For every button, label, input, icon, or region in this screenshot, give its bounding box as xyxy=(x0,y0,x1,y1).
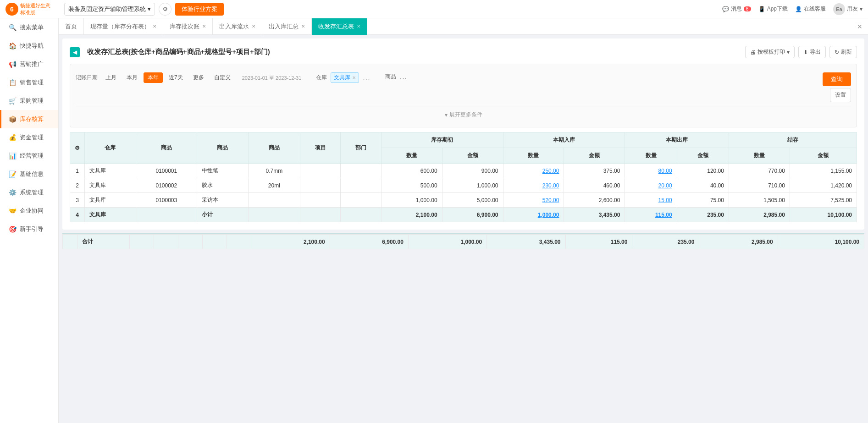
col-opening-amt: 金额 xyxy=(442,148,503,164)
row-in-qty[interactable]: 520.00 xyxy=(503,193,564,208)
avatar: Ea xyxy=(833,3,845,15)
row-close-amt: 1,155.00 xyxy=(790,164,857,178)
tab-batch-ledger-label: 库存批次账 xyxy=(170,22,199,31)
col-opening: 库存期初 xyxy=(381,132,503,148)
row-out-qty[interactable]: 15.00 xyxy=(625,193,677,208)
tab-recv-send-summary-label: 收发存汇总表 xyxy=(318,22,354,31)
tab-in-out-summary-close[interactable]: ✕ xyxy=(301,24,305,29)
sidebar-item-newcomer[interactable]: 🎯 新手引导 xyxy=(0,220,58,238)
system-title-dropdown[interactable]: 装备及固定资产辅助管理系统 ▾ xyxy=(64,3,155,16)
print-button[interactable]: 🖨 按模板打印 ▾ xyxy=(745,46,795,58)
tab-in-out-flow[interactable]: 出入库流水 ✕ xyxy=(213,18,262,35)
sidebar-item-operations[interactable]: 📊 经营管理 xyxy=(0,147,58,165)
filter-settings-button[interactable]: 设置 xyxy=(830,88,851,102)
col-in-amt: 金额 xyxy=(564,148,625,164)
logo-text: 畅捷通好生意 标准版 xyxy=(20,2,50,16)
row-out-amt: 40.00 xyxy=(677,178,729,193)
sidebar-item-inventory[interactable]: 📦 库存核算 xyxy=(0,110,58,128)
row-out-qty[interactable]: 80.00 xyxy=(625,164,677,178)
col-goods-name: 商品 xyxy=(197,132,248,164)
newcomer-icon: 🎯 xyxy=(9,225,16,233)
tab-recv-send-summary[interactable]: 收发存汇总表 ✕ xyxy=(312,18,367,35)
subtotal-out-qty[interactable]: 115.00 xyxy=(625,208,677,222)
tab-bar-close-all[interactable]: ✕ xyxy=(851,18,868,35)
subtotal-open-amt: 6,900.00 xyxy=(442,208,503,222)
row-open-amt: 1,000.00 xyxy=(442,178,503,193)
sidebar-item-sales[interactable]: 📋 销售管理 xyxy=(0,73,58,92)
row-no: 2 xyxy=(70,178,85,193)
date-btn-last-month[interactable]: 上月 xyxy=(101,72,121,83)
date-range-text: 2023-01-01 至 2023-12-31 xyxy=(242,75,302,81)
table-settings-col[interactable]: ⚙ xyxy=(70,132,85,164)
sidebar-item-search[interactable]: 🔍 搜索菜单 xyxy=(0,18,58,37)
col-out-qty: 数量 xyxy=(625,148,677,164)
row-project xyxy=(300,164,340,178)
user-label: 用友 xyxy=(847,5,858,13)
date-btn-custom[interactable]: 自定义 xyxy=(210,72,235,83)
date-btn-this-month[interactable]: 本月 xyxy=(122,72,142,83)
user-area[interactable]: Ea 用友 ▾ xyxy=(833,3,862,15)
date-btn-this-year[interactable]: 本年 xyxy=(144,72,163,83)
tab-in-out-flow-close[interactable]: ✕ xyxy=(252,24,255,29)
total-close-amt: 10,100.00 xyxy=(778,235,864,249)
tab-inventory-dist[interactable]: 现存量（库存分布表） ✕ xyxy=(84,18,163,35)
tab-batch-ledger-close[interactable]: ✕ xyxy=(202,24,206,29)
tab-in-out-summary-label: 出入库汇总 xyxy=(269,22,299,31)
expand-conditions-button[interactable]: ▾ 展开更多条件 xyxy=(445,111,482,119)
date-btn-more[interactable]: 更多 xyxy=(189,72,208,83)
tab-inventory-dist-close[interactable]: ✕ xyxy=(153,24,156,29)
app-download-button[interactable]: 📱 App下载 xyxy=(758,5,788,13)
goods-filter-label: 商品 xyxy=(385,73,396,81)
tab-recv-send-summary-close[interactable]: ✕ xyxy=(357,24,360,29)
subtotal-empty xyxy=(136,208,197,222)
row-goods-code: 0100003 xyxy=(136,193,197,208)
sidebar-item-quick-nav[interactable]: 🏠 快捷导航 xyxy=(0,37,58,55)
page-title: 收发存汇总表(按仓库+商品编码+商品+规格型号+项目+部门) xyxy=(87,48,270,56)
settings-button[interactable]: ⚙ xyxy=(159,3,171,16)
logo-icon: 6 xyxy=(6,3,18,16)
col-warehouse: 仓库 xyxy=(85,132,136,164)
sidebar-item-system[interactable]: ⚙️ 系统管理 xyxy=(0,183,58,202)
subtotal-in-qty[interactable]: 1,000.00 xyxy=(503,208,564,222)
trial-button[interactable]: 体验行业方案 xyxy=(175,3,224,16)
app-download-label: App下载 xyxy=(767,5,788,13)
table-footer: 合计 2,100.00 6,900.00 1,000.00 3,435.00 xyxy=(62,233,864,249)
warehouse-tag[interactable]: 文具库 ✕ xyxy=(331,72,359,83)
export-button[interactable]: ⬇ 导出 xyxy=(798,46,826,58)
top-bar-right: 💬 消息 6 📱 App下载 👤 在线客服 Ea 用友 ▾ xyxy=(722,3,862,15)
print-chevron-icon: ▾ xyxy=(787,49,790,55)
row-goods-spec xyxy=(248,193,300,208)
online-service-button[interactable]: 👤 在线客服 xyxy=(795,5,826,13)
sidebar-item-enterprise[interactable]: 🤝 企业协同 xyxy=(0,202,58,220)
warehouse-tag-close[interactable]: ✕ xyxy=(352,75,356,80)
tab-in-out-summary[interactable]: 出入库汇总 ✕ xyxy=(262,18,312,35)
message-button[interactable]: 💬 消息 6 xyxy=(722,5,751,13)
tab-in-out-flow-label: 出入库流水 xyxy=(219,22,249,31)
finance-icon: 💰 xyxy=(9,134,16,141)
page-header: ◀ 收发存汇总表(按仓库+商品编码+商品+规格型号+项目+部门) 🖨 按模板打印… xyxy=(70,46,857,58)
sidebar-item-base-info[interactable]: 📝 基础信息 xyxy=(0,165,58,183)
warehouse-more-btn[interactable]: ... xyxy=(363,74,370,82)
row-out-qty[interactable]: 20.00 xyxy=(625,178,677,193)
sidebar-item-label: 经营管理 xyxy=(20,152,44,160)
sidebar-item-finance[interactable]: 💰 资金管理 xyxy=(0,128,58,147)
date-btn-7days[interactable]: 近7天 xyxy=(165,72,187,83)
tab-home[interactable]: 首页 xyxy=(59,18,84,35)
row-open-qty: 600.00 xyxy=(381,164,442,178)
goods-more-btn[interactable]: ... xyxy=(400,72,407,81)
main-area: 🔍 搜索菜单 🏠 快捷导航 📢 营销推广 📋 销售管理 🛒 采购管理 📦 xyxy=(0,18,868,423)
enterprise-icon: 🤝 xyxy=(9,207,16,214)
expand-row: ▾ 展开更多条件 xyxy=(76,106,851,122)
row-in-qty[interactable]: 230.00 xyxy=(503,178,564,193)
refresh-button[interactable]: ↻ 刷新 xyxy=(829,46,857,58)
collapse-toggle[interactable]: ◀ xyxy=(70,47,80,57)
total-open-qty: 2,100.00 xyxy=(251,235,330,249)
sidebar-item-marketing[interactable]: 📢 营销推广 xyxy=(0,55,58,73)
sidebar-item-purchase[interactable]: 🛒 采购管理 xyxy=(0,92,58,110)
tab-batch-ledger[interactable]: 库存批次账 ✕ xyxy=(163,18,213,35)
date-shortcuts: 上月 本月 本年 近7天 更多 自定义 xyxy=(101,72,235,83)
online-service-label: 在线客服 xyxy=(804,5,826,13)
total-open-amt: 6,900.00 xyxy=(330,235,408,249)
query-button[interactable]: 查询 xyxy=(823,72,851,86)
row-in-qty[interactable]: 250.00 xyxy=(503,164,564,178)
